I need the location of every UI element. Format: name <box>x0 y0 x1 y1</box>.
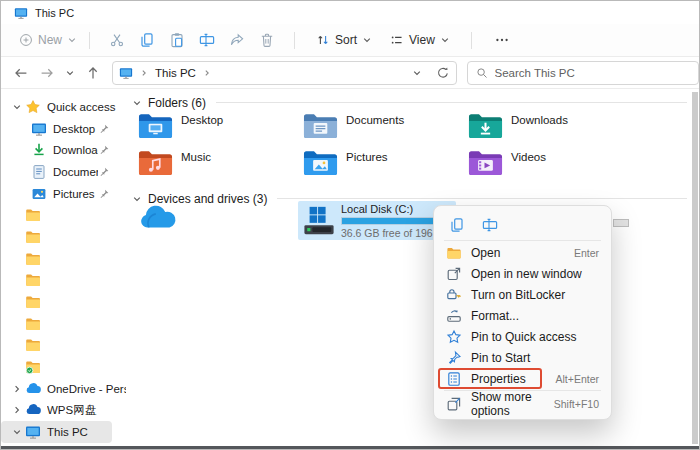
chevron-right-icon[interactable] <box>9 384 25 394</box>
sidebar-item-folder-synced[interactable] <box>1 356 126 378</box>
chevron-spacer <box>9 275 25 285</box>
address-dropdown-icon[interactable] <box>412 68 422 78</box>
menu-item-label: Pin to Start <box>471 351 530 365</box>
address-box[interactable]: This PC <box>112 61 457 85</box>
chevron-spacer <box>9 319 25 329</box>
folder-yellow-icon <box>25 316 41 332</box>
sidebar-item-folder-5[interactable] <box>1 291 126 313</box>
folder-tile-music[interactable]: Music <box>138 149 298 183</box>
folder-yellow-icon <box>25 251 41 267</box>
folder-tile-pictures[interactable]: Pictures <box>303 149 463 183</box>
folder-yellow-icon <box>25 272 41 288</box>
menu-item-label: Format... <box>471 309 519 323</box>
folder-tile-label: Downloads <box>511 112 568 126</box>
view-button[interactable]: View <box>390 33 450 47</box>
menu-item-pin-to-start[interactable]: Pin to Start <box>434 347 611 368</box>
sidebar-item-this-pc[interactable]: This PC <box>1 421 112 443</box>
cut-button[interactable] <box>109 32 125 48</box>
properties-doc-icon <box>446 371 462 387</box>
menu-item-open-in-new-window[interactable]: Open in new window <box>434 263 611 284</box>
pin-icon <box>98 144 110 156</box>
sidebar-item-folder-7[interactable] <box>1 335 126 357</box>
new-window-icon <box>446 266 462 282</box>
menu-item-format[interactable]: Format... <box>434 305 611 326</box>
chevron-spacer <box>15 189 31 199</box>
sort-button-label: Sort <box>335 33 357 47</box>
chevron-right-icon[interactable] <box>9 405 25 415</box>
copy-button[interactable] <box>449 217 465 233</box>
rename-button[interactable] <box>199 32 215 48</box>
content-scrollbar[interactable] <box>692 92 698 444</box>
menu-item-shortcut: Alt+Enter <box>556 373 599 385</box>
sidebar-item-desktop[interactable]: Desktop <box>1 118 126 140</box>
cloud-blue-icon <box>25 381 41 397</box>
sidebar-item-quick-access[interactable]: Quick access <box>1 96 126 118</box>
new-button[interactable]: New <box>19 33 77 47</box>
sidebar-item-label: This PC <box>47 426 112 438</box>
share-button[interactable] <box>229 32 245 48</box>
folder-tile-label: Videos <box>511 149 546 163</box>
chevron-spacer <box>9 362 25 372</box>
sidebar-item-downloads[interactable]: Downloads <box>1 139 126 161</box>
bitlocker-icon <box>446 287 462 303</box>
folder-tile-label: Documents <box>346 112 404 126</box>
content-pane: Folders (6) DesktopDocumentsDownloadsMus… <box>126 90 699 446</box>
format-drive-icon <box>446 308 462 324</box>
sidebar-item-pictures[interactable]: Pictures <box>1 183 126 205</box>
refresh-button[interactable] <box>436 66 450 80</box>
sidebar-item-onedrive[interactable]: OneDrive - Personal <box>1 378 126 400</box>
see-more-button[interactable] <box>494 32 510 48</box>
folder-yellow-icon <box>25 229 41 245</box>
sidebar-item-folder-1[interactable] <box>1 204 126 226</box>
partially-hidden-drive-bar <box>613 219 629 227</box>
copy-button[interactable] <box>139 32 155 48</box>
folder-tile-desktop[interactable]: Desktop <box>138 112 298 146</box>
folder-music-icon <box>138 149 173 177</box>
menu-item-label: Open in new window <box>471 267 582 281</box>
breadcrumb-chevron-icon <box>202 68 212 78</box>
onedrive-device-icon[interactable] <box>137 202 179 234</box>
chevron-down-icon[interactable] <box>9 427 25 437</box>
menu-item-label: Properties <box>471 372 526 386</box>
picture-blue-icon <box>31 186 47 202</box>
folder-tile-downloads[interactable]: Downloads <box>468 112 628 146</box>
command-bar: New Sort View <box>1 24 699 57</box>
recent-locations-button[interactable] <box>65 68 75 78</box>
menu-item-open[interactable]: OpenEnter <box>434 242 611 263</box>
delete-button[interactable] <box>259 32 275 48</box>
folder-tile-label: Music <box>181 149 211 163</box>
folders-section-header[interactable]: Folders (6) <box>132 95 687 110</box>
pin-outline-icon <box>446 350 462 366</box>
chevron-down-icon <box>67 35 77 45</box>
folder-pictures-icon <box>303 149 338 177</box>
menu-item-pin-to-quick-access[interactable]: Pin to Quick access <box>434 326 611 347</box>
menu-item-shortcut: Shift+F10 <box>554 398 599 410</box>
sidebar-item-label: OneDrive - Personal <box>47 383 126 395</box>
folder-tile-documents[interactable]: Documents <box>303 112 463 146</box>
sidebar-item-folder-2[interactable] <box>1 226 126 248</box>
paste-button[interactable] <box>169 32 185 48</box>
collapse-chevron-icon[interactable] <box>132 98 142 108</box>
chevron-down-icon[interactable] <box>9 102 25 112</box>
menu-item-properties[interactable]: PropertiesAlt+Enter <box>434 368 611 389</box>
sidebar-item-wps[interactable]: WPS网盘 <box>1 400 126 422</box>
sidebar-item-folder-6[interactable] <box>1 313 126 335</box>
chevron-down-icon <box>362 35 372 45</box>
search-input[interactable] <box>495 67 690 79</box>
breadcrumb-chevron-icon <box>139 68 149 78</box>
search-box[interactable] <box>467 61 699 85</box>
menu-item-show-more-options[interactable]: Show more optionsShift+F10 <box>434 392 611 415</box>
rename-button[interactable] <box>482 217 498 233</box>
forward-button[interactable] <box>39 65 55 81</box>
sidebar-item-folder-3[interactable] <box>1 248 126 270</box>
sort-button[interactable]: Sort <box>316 33 372 47</box>
breadcrumb-this-pc[interactable]: This PC <box>155 67 196 79</box>
folder-tile-videos[interactable]: Videos <box>468 149 628 183</box>
up-button[interactable] <box>85 65 101 81</box>
section-rule <box>277 198 687 199</box>
back-button[interactable] <box>13 65 29 81</box>
sidebar-item-folder-4[interactable] <box>1 270 126 292</box>
menu-item-turn-on-bitlocker[interactable]: Turn on BitLocker <box>434 284 611 305</box>
search-icon <box>476 67 488 79</box>
sidebar-item-documents[interactable]: Documents <box>1 161 126 183</box>
